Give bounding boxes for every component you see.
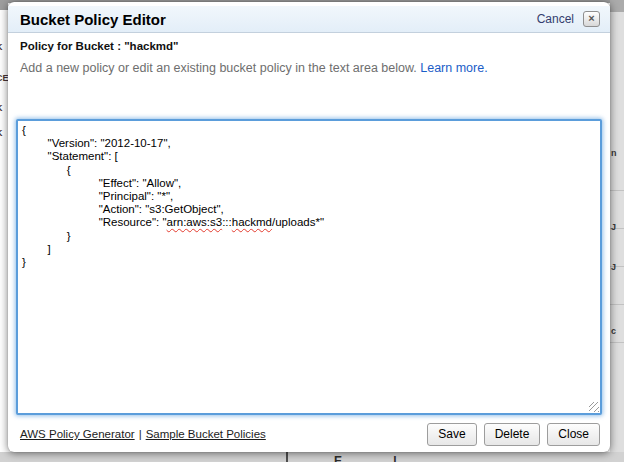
dialog-title: Bucket Policy Editor bbox=[20, 11, 537, 28]
background-text-fragment: J bbox=[611, 222, 616, 232]
cancel-link[interactable]: Cancel bbox=[537, 12, 574, 26]
bucket-policy-editor-dialog: Bucket Policy Editor Cancel × Policy for… bbox=[8, 2, 610, 452]
policy-line: ] bbox=[22, 243, 596, 256]
table-row-divider bbox=[610, 342, 624, 343]
background-text-fragment: K bbox=[0, 103, 8, 113]
resize-grip-icon[interactable] bbox=[589, 402, 599, 412]
learn-more-link[interactable]: Learn more. bbox=[420, 61, 487, 75]
dialog-footer: AWS Policy Generator|Sample Bucket Polic… bbox=[8, 416, 610, 452]
misspelled-text: hackmd bbox=[232, 216, 272, 228]
background-page-right: n J J c bbox=[610, 0, 624, 462]
aws-policy-generator-link[interactable]: AWS Policy Generator bbox=[20, 428, 135, 440]
misspelled-text: arn:aws:s3 bbox=[167, 216, 223, 228]
policy-line: } bbox=[22, 230, 596, 243]
background-page-bottom: E l bbox=[0, 452, 624, 462]
policy-line: "Version": "2012-10-17", bbox=[22, 137, 596, 150]
policy-line: "Principal": "*", bbox=[22, 190, 596, 203]
background-divider bbox=[286, 452, 288, 462]
table-row-divider bbox=[610, 190, 624, 191]
close-icon[interactable]: × bbox=[583, 11, 600, 27]
background-text-fragment: CE bbox=[0, 73, 8, 83]
policy-line: { bbox=[22, 124, 596, 137]
policy-line: "Resource": "arn:aws:s3:::hackmd/uploads… bbox=[22, 216, 596, 229]
background-text-fragment: n bbox=[611, 148, 617, 158]
description-text: Add a new policy or edit an existing buc… bbox=[20, 61, 417, 75]
background-text-fragment: c bbox=[611, 326, 616, 336]
table-row-divider bbox=[610, 304, 624, 305]
link-separator: | bbox=[139, 428, 142, 440]
policy-line: "Action": "s3:GetObject", bbox=[22, 203, 596, 216]
sample-bucket-policies-link[interactable]: Sample Bucket Policies bbox=[146, 428, 266, 440]
dialog-body: Policy for Bucket : "hackmd" Add a new p… bbox=[8, 33, 610, 416]
background-gray-band bbox=[0, 0, 8, 10]
background-text-fragment: K bbox=[0, 128, 8, 138]
background-text-fragment: K bbox=[0, 42, 8, 52]
close-button[interactable]: Close bbox=[547, 423, 600, 446]
background-gray-band bbox=[610, 0, 624, 12]
background-text-fragment: E l bbox=[334, 454, 421, 462]
policy-line: { bbox=[22, 164, 596, 177]
policy-line: "Statement": [ bbox=[22, 150, 596, 163]
delete-button[interactable]: Delete bbox=[484, 423, 541, 446]
policy-textarea[interactable]: { "Version": "2012-10-17", "Statement": … bbox=[16, 119, 602, 415]
background-text-fragment: J bbox=[611, 262, 616, 272]
dialog-description: Add a new policy or edit an existing buc… bbox=[20, 61, 600, 75]
background-page-left: K CE K K bbox=[0, 0, 8, 462]
save-button[interactable]: Save bbox=[427, 423, 476, 446]
dialog-header: Bucket Policy Editor Cancel × bbox=[8, 6, 610, 33]
policy-line: "Effect": "Allow", bbox=[22, 177, 596, 190]
policy-for-bucket-label: Policy for Bucket : "hackmd" bbox=[20, 40, 600, 52]
policy-line: } bbox=[22, 256, 596, 269]
footer-buttons: Save Delete Close bbox=[427, 423, 600, 446]
footer-links: AWS Policy Generator|Sample Bucket Polic… bbox=[20, 428, 266, 440]
